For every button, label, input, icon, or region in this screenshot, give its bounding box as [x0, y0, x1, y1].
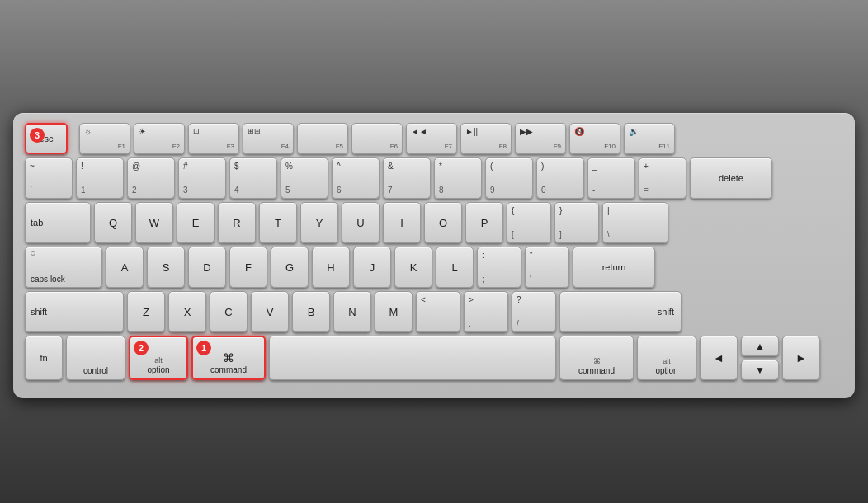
space-key[interactable] [269, 336, 556, 380]
m-key[interactable]: M [375, 291, 413, 332]
f11-key[interactable]: 🔉 F11 [624, 123, 675, 154]
comma-key[interactable]: < , [416, 291, 460, 332]
right-shift-key[interactable]: shift [559, 291, 682, 332]
f9-key[interactable]: ▶▶ F9 [515, 123, 566, 154]
c-key[interactable]: C [210, 291, 248, 332]
period-key[interactable]: > . [464, 291, 508, 332]
command-badge: 1 [196, 341, 211, 355]
backslash-key[interactable]: | \ [602, 202, 668, 243]
bottom-row: fn control 2 alt option 1 ⌘ comma [25, 336, 843, 380]
f3-key[interactable]: ⊡ F3 [188, 123, 239, 154]
f-key[interactable]: F [229, 247, 267, 288]
quote-key[interactable]: " ' [525, 247, 569, 288]
3-key[interactable]: # 3 [178, 157, 226, 199]
f8-key[interactable]: ►|| F8 [460, 123, 512, 154]
p-key[interactable]: P [465, 202, 503, 243]
control-key[interactable]: control [66, 336, 125, 380]
keyboard-background: 3 esc ☼ F1 ☀ F2 ⊡ [0, 0, 868, 503]
l-key[interactable]: L [436, 247, 474, 288]
option-badge: 2 [134, 341, 149, 355]
left-bracket-key[interactable]: { [ [507, 202, 551, 243]
h-key[interactable]: H [312, 247, 350, 288]
1-key[interactable]: ! 1 [76, 157, 124, 199]
equals-key[interactable]: + = [639, 157, 686, 199]
r-key[interactable]: R [218, 202, 256, 243]
left-arrow-key[interactable]: ◄ [700, 336, 738, 380]
s-key[interactable]: S [147, 247, 185, 288]
j-key[interactable]: J [353, 247, 391, 288]
w-key[interactable]: W [135, 202, 173, 243]
right-arrow-key[interactable]: ► [782, 336, 820, 380]
f6-key[interactable]: F6 [351, 123, 403, 154]
command-key-right[interactable]: ⌘ command [559, 336, 634, 380]
t-key[interactable]: T [259, 202, 297, 243]
function-row: 3 esc ☼ F1 ☀ F2 ⊡ [25, 123, 843, 154]
caps-row: caps lock A S D F G H J K L : ; " ' [25, 247, 843, 288]
y-key[interactable]: Y [300, 202, 338, 243]
down-arrow-key[interactable]: ▼ [741, 360, 779, 380]
9-key[interactable]: ( 9 [485, 157, 533, 199]
keyboard-body: 3 esc ☼ F1 ☀ F2 ⊡ [13, 113, 855, 398]
u-key[interactable]: U [342, 202, 380, 243]
f4-key[interactable]: ⊞⊞ F4 [243, 123, 294, 154]
5-key[interactable]: % 5 [281, 157, 328, 199]
tab-key[interactable]: tab [25, 202, 91, 243]
4-key[interactable]: $ 4 [229, 157, 277, 199]
7-key[interactable]: & 7 [383, 157, 431, 199]
a-key[interactable]: A [106, 247, 144, 288]
backtick-key[interactable]: ~ ` [25, 157, 73, 199]
up-arrow-key[interactable]: ▲ [741, 336, 779, 356]
minus-key[interactable]: _ - [587, 157, 635, 199]
q-key[interactable]: Q [94, 202, 132, 243]
f5-key[interactable]: F5 [297, 123, 348, 154]
tab-row: tab Q W E R T Y U I O P { [ } ] [25, 202, 843, 243]
0-key[interactable]: ) 0 [536, 157, 584, 199]
right-bracket-key[interactable]: } ] [554, 202, 599, 243]
left-shift-key[interactable]: shift [25, 291, 124, 332]
g-key[interactable]: G [271, 247, 309, 288]
option-key-left[interactable]: 2 alt option [129, 336, 188, 380]
option-key-right[interactable]: alt option [637, 336, 696, 380]
f7-key[interactable]: ◄◄ F7 [406, 123, 457, 154]
shift-row: shift Z X C V B N M < , > . [25, 291, 843, 332]
f1-key[interactable]: ☼ F1 [79, 123, 130, 154]
x-key[interactable]: X [168, 291, 206, 332]
esc-badge: 3 [30, 128, 45, 143]
fn-key[interactable]: fn [25, 336, 63, 380]
k-key[interactable]: K [394, 247, 432, 288]
return-key[interactable]: return [573, 247, 655, 288]
n-key[interactable]: N [333, 291, 371, 332]
2-key[interactable]: @ 2 [127, 157, 175, 199]
number-row: ~ ` ! 1 @ 2 # 3 [25, 157, 843, 199]
f10-key[interactable]: 🔇 F10 [569, 123, 620, 154]
caps-lock-key[interactable]: caps lock [25, 247, 102, 288]
o-key[interactable]: O [424, 202, 462, 243]
8-key[interactable]: * 8 [434, 157, 482, 199]
e-key[interactable]: E [177, 202, 215, 243]
6-key[interactable]: ^ 6 [332, 157, 380, 199]
i-key[interactable]: I [383, 202, 421, 243]
b-key[interactable]: B [292, 291, 330, 332]
f2-key[interactable]: ☀ F2 [134, 123, 185, 154]
command-key-left[interactable]: 1 ⌘ command [191, 336, 266, 380]
z-key[interactable]: Z [127, 291, 165, 332]
v-key[interactable]: V [251, 291, 289, 332]
semicolon-key[interactable]: : ; [477, 247, 521, 288]
delete-key[interactable]: delete [690, 157, 772, 199]
esc-key[interactable]: 3 esc [25, 123, 68, 154]
slash-key[interactable]: ? / [512, 291, 556, 332]
d-key[interactable]: D [188, 247, 226, 288]
